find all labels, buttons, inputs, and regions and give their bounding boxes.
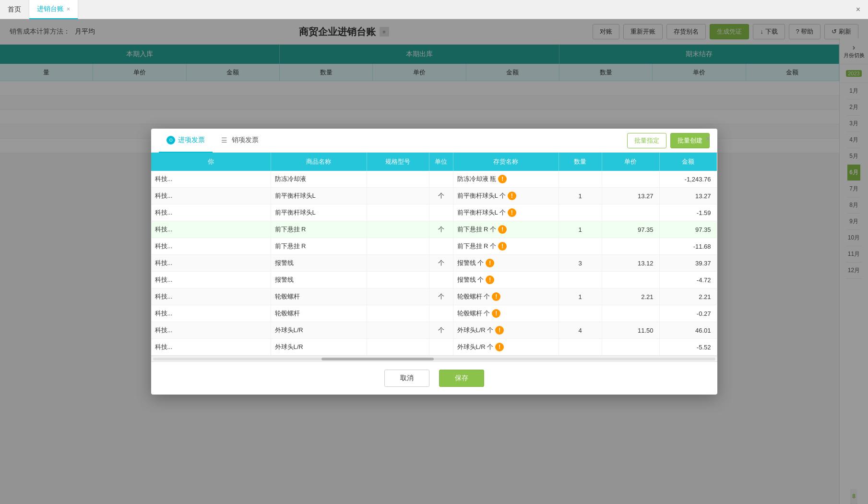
table-row[interactable]: 科技...前下悬挂 R个前下悬挂 R 个!197.3597.35: [151, 221, 717, 238]
table-row[interactable]: 科技...前平衡杆球头L前平衡杆球头L 个!-1.59: [151, 204, 717, 221]
cell-r5-c5: 3: [559, 255, 602, 272]
modal-footer: 取消 保存: [151, 361, 717, 395]
cell-r5-c7: 39.37: [659, 255, 717, 272]
cell-r9-c0: 科技...: [151, 322, 271, 339]
table-row[interactable]: 科技...外球头L/R外球头L/R 个!-5.52: [151, 339, 717, 356]
nav-tab-home[interactable]: 首页: [0, 0, 29, 19]
cell-r1-c7: 13.27: [659, 188, 717, 204]
modal-close-button[interactable]: ×: [705, 134, 711, 143]
cell-r8-c2: [367, 305, 429, 322]
nav-tab-ledger-label: 进销台账: [37, 5, 64, 13]
cell-r7-c6: 2.21: [602, 288, 659, 305]
cell-r10-c7: -5.52: [659, 339, 717, 356]
table-row[interactable]: 科技...轮毂螺杆轮毂螺杆 个!-0.27: [151, 305, 717, 322]
cell-r7-c5: 1: [559, 288, 602, 305]
cell-r2-c3: [429, 204, 453, 221]
modal-scrollbar[interactable]: [151, 356, 717, 361]
cell-r8-c7: -0.27: [659, 305, 717, 322]
scrollbar-thumb[interactable]: [321, 358, 434, 360]
cell-r3-c5: 1: [559, 221, 602, 238]
cell-r2-c7: -1.59: [659, 204, 717, 221]
modal-header: ⊙ 进项发票 ☰ 销项发票 批量指定 批量创建 ×: [151, 129, 717, 153]
cell-r4-c0: 科技...: [151, 238, 271, 255]
cell-r0-c5: [559, 171, 602, 188]
cell-r7-c0: 科技...: [151, 288, 271, 305]
cell-r9-c4: 外球头L/R 个!: [453, 322, 559, 339]
cell-r10-c4: 外球头L/R 个!: [453, 339, 559, 356]
col-header-7: 金额: [659, 153, 717, 171]
cell-r10-c2: [367, 339, 429, 356]
cell-r4-c5: [559, 238, 602, 255]
table-row[interactable]: 科技...前平衡杆球头L个前平衡杆球头L 个!113.2713.27: [151, 188, 717, 204]
cell-r1-c2: [367, 188, 429, 204]
cell-r2-c2: [367, 204, 429, 221]
modal-table-wrap: 你 商品名称 规格型号 单位 存货名称 数量 单价 金额 科技...防冻冷却液防…: [151, 153, 717, 356]
warn-icon: !: [498, 242, 507, 251]
modal-tab-incoming[interactable]: ⊙ 进项发票: [159, 129, 213, 153]
cell-r1-c4: 前平衡杆球头L 个!: [453, 188, 559, 204]
cell-r6-c6: [602, 272, 659, 288]
warn-icon: !: [495, 326, 504, 335]
cell-r5-c3: 个: [429, 255, 453, 272]
table-row[interactable]: 科技...前下悬挂 R前下悬挂 R 个!-11.68: [151, 238, 717, 255]
cell-r3-c7: 97.35: [659, 221, 717, 238]
outgoing-tab-icon: ☰: [220, 136, 229, 144]
warn-icon: !: [495, 343, 504, 351]
cell-r6-c5: [559, 272, 602, 288]
warn-icon: !: [486, 259, 494, 267]
modal-dialog: ⊙ 进项发票 ☰ 销项发票 批量指定 批量创建 × 你: [151, 129, 717, 395]
cell-r2-c6: [602, 204, 659, 221]
cell-r9-c6: 11.50: [602, 322, 659, 339]
cell-r6-c1: 报警线: [271, 272, 367, 288]
nav-tab-ledger[interactable]: 进销台账 ×: [29, 0, 78, 19]
cancel-button[interactable]: 取消: [384, 370, 429, 387]
cell-r4-c6: [602, 238, 659, 255]
batch-create-button[interactable]: 批量创建: [670, 133, 710, 148]
cell-r6-c2: [367, 272, 429, 288]
warn-icon: !: [508, 192, 516, 200]
cell-r0-c0: 科技...: [151, 171, 271, 188]
batch-assign-button[interactable]: 批量指定: [627, 133, 666, 148]
table-row[interactable]: 科技...防冻冷却液防冻冷却液 瓶!-1,243.76: [151, 171, 717, 188]
cell-r4-c4: 前下悬挂 R 个!: [453, 238, 559, 255]
cell-r5-c6: 13.12: [602, 255, 659, 272]
cell-r2-c1: 前平衡杆球头L: [271, 204, 367, 221]
app-close-button[interactable]: ×: [848, 5, 868, 14]
cell-r3-c6: 97.35: [602, 221, 659, 238]
cell-r3-c2: [367, 221, 429, 238]
cell-r4-c7: -11.68: [659, 238, 717, 255]
cell-r7-c3: 个: [429, 288, 453, 305]
cell-r10-c6: [602, 339, 659, 356]
table-row[interactable]: 科技...报警线报警线 个!-4.72: [151, 272, 717, 288]
cell-r9-c3: 个: [429, 322, 453, 339]
cell-r4-c3: [429, 238, 453, 255]
modal-table: 你 商品名称 规格型号 单位 存货名称 数量 单价 金额 科技...防冻冷却液防…: [151, 153, 717, 356]
modal-table-head: 你 商品名称 规格型号 单位 存货名称 数量 单价 金额: [151, 153, 717, 171]
cell-r0-c3: [429, 171, 453, 188]
col-header-2: 规格型号: [367, 153, 429, 171]
cell-r7-c1: 轮毂螺杆: [271, 288, 367, 305]
table-row[interactable]: 科技...外球头L/R个外球头L/R 个!411.5046.01: [151, 322, 717, 339]
warn-icon: !: [498, 225, 507, 234]
cell-r10-c3: [429, 339, 453, 356]
cell-r5-c0: 科技...: [151, 255, 271, 272]
cell-r7-c4: 轮毂螺杆 个!: [453, 288, 559, 305]
cell-r4-c2: [367, 238, 429, 255]
cell-r2-c0: 科技...: [151, 204, 271, 221]
cell-r1-c6: 13.27: [602, 188, 659, 204]
scrollbar-track[interactable]: [153, 358, 715, 360]
cell-r1-c5: 1: [559, 188, 602, 204]
table-row[interactable]: 科技...轮毂螺杆个轮毂螺杆 个!12.212.21: [151, 288, 717, 305]
cell-r10-c5: [559, 339, 602, 356]
nav-tab-ledger-close[interactable]: ×: [67, 6, 70, 12]
modal-overlay: ⊙ 进项发票 ☰ 销项发票 批量指定 批量创建 × 你: [0, 19, 868, 504]
table-row[interactable]: 科技...报警线个报警线 个!313.1239.37: [151, 255, 717, 272]
modal-tab-outgoing[interactable]: ☰ 销项发票: [213, 129, 266, 153]
cell-r5-c4: 报警线 个!: [453, 255, 559, 272]
cell-r2-c4: 前平衡杆球头L 个!: [453, 204, 559, 221]
main-area: 销售成本计算方法： 月平均 商贸企业进销台账 ≡ 对账 重新开账 存货别名 生成…: [0, 19, 868, 504]
cell-r0-c7: -1,243.76: [659, 171, 717, 188]
cell-r0-c2: [367, 171, 429, 188]
cell-r6-c7: -4.72: [659, 272, 717, 288]
save-button[interactable]: 保存: [439, 370, 484, 387]
